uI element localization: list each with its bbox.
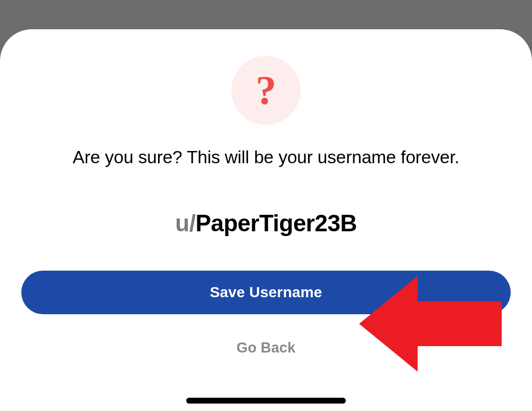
go-back-label: Go Back xyxy=(237,340,296,356)
confirmation-prompt: Are you sure? This will be your username… xyxy=(52,147,481,167)
confirmation-sheet: ? Are you sure? This will be your userna… xyxy=(0,29,532,411)
username-display: u/PaperTiger23B xyxy=(175,210,356,237)
question-icon: ? xyxy=(256,70,277,111)
username-value: PaperTiger23B xyxy=(195,210,356,236)
question-icon-container: ? xyxy=(231,56,301,125)
go-back-button[interactable]: Go Back xyxy=(237,340,296,356)
save-username-button[interactable]: Save Username xyxy=(21,271,511,314)
username-prefix: u/ xyxy=(175,210,195,236)
save-username-label: Save Username xyxy=(210,284,322,301)
home-indicator xyxy=(186,398,346,404)
